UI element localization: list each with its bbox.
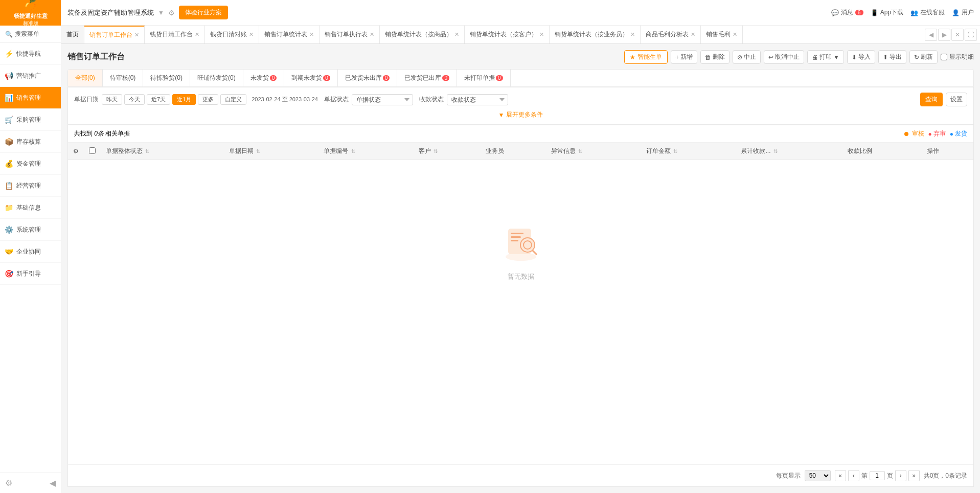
filter-date-today[interactable]: 今天 (124, 94, 145, 105)
settings-icon[interactable]: ⚙ (5, 478, 12, 488)
sidebar-item-operation[interactable]: 📋 经营管理 (0, 175, 61, 197)
sub-tab-wangpu-ship[interactable]: 旺铺待发货(0) (190, 70, 243, 86)
sidebar-item-enterprise[interactable]: 🤝 企业协同 (0, 241, 61, 263)
page-number-input[interactable] (870, 471, 885, 480)
user-item[interactable]: 👤 用户 (952, 8, 974, 17)
refresh-button[interactable]: ↻ 刷新 (909, 50, 938, 64)
sub-tab-pending-review[interactable]: 待审核(0) (103, 70, 144, 86)
filter-payment-status-select[interactable]: 收款状态 (447, 94, 508, 105)
tab-cash-daily[interactable]: 钱货日清工作台 ✕ (145, 26, 205, 44)
show-detail-checkbox[interactable] (941, 54, 947, 60)
cancel-review-action-btn[interactable]: ● 弃审 (928, 129, 946, 138)
last-page-button[interactable]: » (908, 470, 920, 481)
tab-close-cash-daily[interactable]: ✕ (195, 31, 199, 38)
table-scroll-area[interactable]: ⚙ 单据整体状态 ⇅ 单据日期 ⇅ (68, 143, 973, 464)
cancel-stop-button[interactable]: ↩ 取消中止 (764, 50, 804, 64)
prev-page-button[interactable]: ‹ (848, 470, 859, 481)
filter-date-last7[interactable]: 近7天 (147, 94, 170, 105)
export-button[interactable]: ⬆ 导出 (878, 50, 906, 64)
sub-tab-all[interactable]: 全部(0) (68, 70, 103, 86)
tab-fullscreen[interactable]: ⛶ (965, 29, 977, 41)
tab-close-sales-order[interactable]: ✕ (134, 32, 139, 38)
tab-close-cash-reconcile[interactable]: ✕ (249, 31, 254, 38)
filter-order-status-select[interactable]: 单据状态 (352, 94, 413, 105)
tab-sales-order[interactable]: 销售订单工作台 ✕ (84, 26, 145, 44)
tab-close-sales-stat[interactable]: ✕ (309, 31, 314, 38)
smart-create-button[interactable]: ★ 智能生单 (624, 50, 668, 64)
ship-action-btn[interactable]: ● 发货 (950, 129, 967, 138)
add-button[interactable]: + 新增 (671, 50, 697, 64)
tab-close-cargo-stat-staff[interactable]: ✕ (630, 31, 635, 38)
next-page-button[interactable]: › (895, 470, 906, 481)
filter-date-yesterday[interactable]: 昨天 (102, 94, 122, 105)
sort-collected-icon[interactable]: ⇅ (773, 148, 778, 154)
sidebar-item-guide[interactable]: 🎯 新手引导 (0, 263, 61, 285)
tab-product-margin[interactable]: 商品毛利分析表 ✕ (641, 26, 701, 44)
experience-button[interactable]: 体验行业方案 (179, 6, 228, 19)
sidebar-item-inventory[interactable]: 📦 库存核算 (0, 131, 61, 153)
message-item[interactable]: 💬 消息 6 (831, 8, 863, 17)
sidebar-item-marketing[interactable]: 📢 营销推广 (0, 65, 61, 87)
show-detail-label[interactable]: 显示明细 (941, 53, 974, 61)
col-salesperson: 业务员 (481, 143, 546, 160)
tab-close-sales-exec[interactable]: ✕ (370, 31, 374, 38)
search-button[interactable]: 查询 (920, 93, 943, 106)
sub-tab-shipped-not-out[interactable]: 已发货未出库0 (338, 70, 398, 86)
tab-cargo-stat-product[interactable]: 销货单统计表（按商品） ✕ (380, 26, 465, 44)
select-all-checkbox[interactable] (89, 147, 96, 154)
sidebar-item-system[interactable]: ⚙️ 系统管理 (0, 219, 61, 241)
sidebar-search[interactable]: 🔍 搜索菜单 (0, 26, 61, 43)
filter-date-last1m[interactable]: 近1月 (172, 94, 196, 105)
online-service-item[interactable]: 👥 在线客服 (910, 8, 945, 17)
filter-date-custom[interactable]: 自定义 (220, 94, 246, 105)
tab-cargo-stat-staff[interactable]: 销货单统计表（按业务员） ✕ (550, 26, 641, 44)
import-button[interactable]: ⬇ 导入 (847, 50, 875, 64)
sort-status-icon[interactable]: ⇅ (145, 148, 149, 154)
tab-close-product-margin[interactable]: ✕ (691, 31, 695, 38)
svg-line-7 (533, 251, 536, 254)
collapse-icon[interactable]: ◀ (50, 478, 56, 488)
topbar-gear-icon[interactable]: ⚙ (168, 9, 175, 17)
topbar-arrow-icon[interactable]: ▼ (158, 9, 164, 16)
col-checkbox[interactable] (84, 143, 101, 160)
sidebar-item-sales[interactable]: 📊 销售管理 (0, 87, 61, 109)
print-button[interactable]: 🖨 打印 ▼ (807, 50, 844, 64)
tab-scroll-right[interactable]: ▶ (938, 29, 950, 41)
tab-close-cargo-stat-product[interactable]: ✕ (454, 31, 459, 38)
sub-tab-not-printed[interactable]: 未打印单据0 (457, 70, 511, 86)
filter-settings-button[interactable]: 设置 (946, 93, 967, 106)
first-page-button[interactable]: « (835, 470, 846, 481)
page-size-select[interactable]: 50 10 20 100 (805, 470, 831, 481)
tab-home[interactable]: 首页 (61, 26, 84, 44)
col-settings[interactable]: ⚙ (68, 143, 84, 160)
tab-close-cargo-stat-customer[interactable]: ✕ (539, 31, 544, 38)
sub-tab-pending-check[interactable]: 待拣验货(0) (143, 70, 190, 86)
tab-close-sales-profit[interactable]: ✕ (733, 31, 737, 38)
sub-tab-not-shipped[interactable]: 未发货0 (243, 70, 285, 86)
tab-scroll-left[interactable]: ◀ (925, 29, 937, 41)
tab-cash-reconcile[interactable]: 钱货日清对账 ✕ (205, 26, 259, 44)
sidebar-item-basic[interactable]: 📁 基础信息 (0, 197, 61, 219)
stop-button[interactable]: ⊘ 中止 (733, 50, 761, 64)
sub-tab-shipped-out[interactable]: 已发货已出库0 (397, 70, 457, 86)
sidebar-item-finance[interactable]: 💰 资金管理 (0, 153, 61, 175)
tab-cargo-stat-customer[interactable]: 销货单统计表（按客户） ✕ (465, 26, 550, 44)
sort-amount-icon[interactable]: ⇅ (673, 148, 677, 154)
sub-tab-overdue[interactable]: 到期未发货0 (284, 70, 338, 86)
sort-date-icon[interactable]: ⇅ (256, 148, 260, 154)
review-action-btn[interactable]: 审核 (904, 129, 924, 138)
sort-number-icon[interactable]: ⇅ (351, 148, 355, 154)
app-download-item[interactable]: 📱 App下载 (871, 8, 903, 17)
tab-sales-stat[interactable]: 销售订单统计表 ✕ (259, 26, 320, 44)
sidebar-item-quick-nav[interactable]: ⚡ 快捷导航 (0, 43, 61, 65)
expand-filter-button[interactable]: ▼ 展开更多条件 (498, 110, 543, 119)
sort-customer-icon[interactable]: ⇅ (434, 148, 438, 154)
sidebar-item-purchase[interactable]: 🛒 采购管理 (0, 109, 61, 131)
tab-sales-profit[interactable]: 销售毛利 ✕ (701, 26, 743, 44)
filter-date-more[interactable]: 更多 (198, 94, 218, 105)
tab-close-all[interactable]: ✕ (951, 29, 964, 41)
delete-button[interactable]: 🗑 删除 (700, 50, 730, 64)
tab-sales-exec[interactable]: 销售订单执行表 ✕ (320, 26, 380, 44)
sort-abnormal-icon[interactable]: ⇅ (578, 148, 582, 154)
guide-icon: 🎯 (4, 269, 13, 278)
